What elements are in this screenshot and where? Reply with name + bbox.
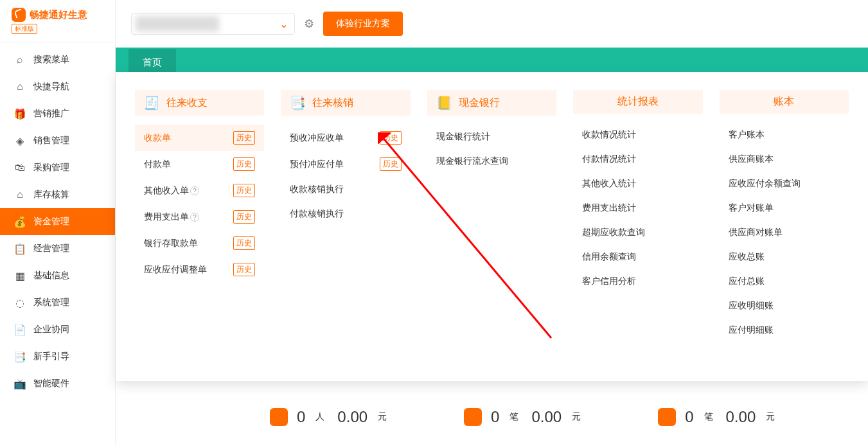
metric-count: 0 xyxy=(491,408,499,426)
menu-item-otherincome-stats[interactable]: 其他收入统计 xyxy=(573,172,702,196)
sidebar-item-quicknav[interactable]: ⌂快捷导航 xyxy=(0,73,115,100)
menu-item-ap-detail[interactable]: 应付明细账 xyxy=(720,318,849,342)
clipboard-icon: 📋 xyxy=(14,243,26,254)
sidebar-item-sales[interactable]: ◈销售管理 xyxy=(0,127,115,154)
metric-transactions-2: 0笔 0.00元 xyxy=(658,408,775,426)
menu-item-adjust[interactable]: 应收应付调整单历史 xyxy=(135,256,264,283)
menu-item-supplier-ledger[interactable]: 供应商账本 xyxy=(720,147,849,172)
help-icon[interactable]: ? xyxy=(190,186,199,195)
menu-label: 费用支出单? xyxy=(144,211,199,223)
warehouse-icon: ⌂ xyxy=(14,189,26,200)
sidebar-item-finance[interactable]: 💰资金管理 xyxy=(0,208,115,235)
megamenu-col-cashbank: 📒 现金银行 现金银行统计 现金银行流水查询 xyxy=(427,90,556,342)
menu-item-customer-statement[interactable]: 客户对账单 xyxy=(720,196,849,220)
menu-item-credit-balance[interactable]: 信用余额查询 xyxy=(573,245,702,269)
menu-item-prerecv-offset[interactable]: 预收冲应收单历史 xyxy=(281,125,410,151)
megamenu-col-reports: 统计报表 收款情况统计 付款情况统计 其他收入统计 费用支出统计 超期应收款查询… xyxy=(573,90,702,342)
menu-item-recv-writeoff-exec[interactable]: 收款核销执行 xyxy=(281,177,410,202)
sidebar-item-inventory[interactable]: ⌂库存核算 xyxy=(0,181,115,208)
sidebar-item-cooperation[interactable]: 📄企业协同 xyxy=(0,316,115,343)
history-tag[interactable]: 历史 xyxy=(233,157,255,171)
menu-item-customer-ledger[interactable]: 客户账本 xyxy=(720,123,849,147)
try-industry-button[interactable]: 体验行业方案 xyxy=(323,12,403,36)
menu-item-ar-general[interactable]: 应收总账 xyxy=(720,245,849,269)
sidebar-item-system[interactable]: ◌系统管理 xyxy=(0,289,115,316)
guide-icon: 📑 xyxy=(14,351,26,362)
sidebar-item-hardware[interactable]: 📺智能硬件 xyxy=(0,370,115,397)
sidebar-nav: ⌕搜索菜单 ⌂快捷导航 🎁营销推广 ◈销售管理 🛍采购管理 ⌂库存核算 💰资金管… xyxy=(0,42,115,397)
metric-count: 0 xyxy=(685,408,693,426)
bottom-metrics: 0人 0.00元 0笔 0.00元 0笔 0.00元 xyxy=(248,408,855,426)
logo-area: 畅捷通好生意 标准版 xyxy=(0,0,115,42)
sidebar-item-business[interactable]: 📋经营管理 xyxy=(0,235,115,262)
menu-item-supplier-statement[interactable]: 供应商对账单 xyxy=(720,220,849,245)
menu-item-ar-ap-balance[interactable]: 应收应付余额查询 xyxy=(720,172,849,196)
menu-label: 预付冲应付单 xyxy=(290,159,344,170)
col-header: 📒 现金银行 xyxy=(427,90,556,116)
sidebar-item-label: 经营管理 xyxy=(33,243,69,254)
metric-amount: 0.00 xyxy=(531,408,562,426)
menu-item-expense[interactable]: 费用支出单?历史 xyxy=(135,204,264,230)
menu-item-receipt[interactable]: 收款单历史 xyxy=(135,125,264,151)
col-header: 账本 xyxy=(720,90,849,114)
sidebar-item-basics[interactable]: ▦基础信息 xyxy=(0,262,115,289)
edition-badge: 标准版 xyxy=(12,24,37,34)
menu-item-bank-transfer[interactable]: 银行存取款单历史 xyxy=(135,230,264,256)
search-icon: ⌕ xyxy=(14,54,26,66)
menu-label: 应付总账 xyxy=(729,276,765,287)
menu-item-credit-analysis[interactable]: 客户信用分析 xyxy=(573,269,702,294)
menu-label: 供应商对账单 xyxy=(729,227,783,238)
sidebar-item-purchase[interactable]: 🛍采购管理 xyxy=(0,154,115,181)
col-header: 📑 往来核销 xyxy=(281,90,410,116)
menu-item-ap-general[interactable]: 应付总账 xyxy=(720,269,849,294)
history-tag[interactable]: 历史 xyxy=(233,131,255,145)
sales-icon: ◈ xyxy=(14,135,26,147)
metric-transactions-1: 0笔 0.00元 xyxy=(464,408,581,426)
history-tag[interactable]: 历史 xyxy=(233,263,255,276)
brand-name: 畅捷通好生意 xyxy=(30,9,87,21)
menu-item-ar-detail[interactable]: 应收明细账 xyxy=(720,294,849,318)
finance-megamenu: 🧾 往来收支 收款单历史 付款单历史 其他收入单?历史 费用支出单?历史 银行存… xyxy=(116,72,868,381)
sidebar-item-marketing[interactable]: 🎁营销推广 xyxy=(0,100,115,127)
sidebar-item-search-menu[interactable]: ⌕搜索菜单 xyxy=(0,46,115,73)
company-selector[interactable]: ⌄ xyxy=(131,13,295,35)
menu-item-cashbank-stats[interactable]: 现金银行统计 xyxy=(427,125,556,149)
menu-item-other-income[interactable]: 其他收入单?历史 xyxy=(135,177,264,204)
menu-item-payment[interactable]: 付款单历史 xyxy=(135,151,264,177)
menu-label: 客户账本 xyxy=(729,129,765,141)
col-header: 统计报表 xyxy=(573,90,702,114)
sidebar-item-label: 企业协同 xyxy=(33,324,69,335)
sidebar-item-guide[interactable]: 📑新手引导 xyxy=(0,343,115,370)
menu-item-recv-stats[interactable]: 收款情况统计 xyxy=(573,123,702,147)
history-tag[interactable]: 历史 xyxy=(233,184,255,197)
gear-icon[interactable]: ⚙ xyxy=(304,17,314,31)
menu-item-overdue-recv[interactable]: 超期应收款查询 xyxy=(573,220,702,245)
menu-label: 银行存取款单 xyxy=(144,238,198,249)
history-tag[interactable]: 历史 xyxy=(233,236,255,250)
brand-logo-icon xyxy=(12,8,26,22)
sidebar-item-label: 新手引导 xyxy=(33,351,69,362)
megamenu-col-receipts: 🧾 往来收支 收款单历史 付款单历史 其他收入单?历史 费用支出单?历史 银行存… xyxy=(135,90,264,342)
metric-count: 0 xyxy=(297,408,305,426)
metric-count-unit: 笔 xyxy=(509,411,518,423)
history-tag[interactable]: 历史 xyxy=(233,210,255,224)
menu-item-expense-stats[interactable]: 费用支出统计 xyxy=(573,196,702,220)
menu-label: 费用支出统计 xyxy=(582,202,636,214)
receipt-icon: 🧾 xyxy=(144,95,160,111)
metric-amount-unit: 元 xyxy=(572,411,581,423)
menu-item-prepay-offset[interactable]: 预付冲应付单历史 xyxy=(281,151,410,177)
help-icon[interactable]: ? xyxy=(190,213,199,222)
sidebar: 畅捷通好生意 标准版 ⌕搜索菜单 ⌂快捷导航 🎁营销推广 ◈销售管理 🛍采购管理… xyxy=(0,0,116,444)
chevron-down-icon: ⌄ xyxy=(279,18,288,30)
metric-icon xyxy=(270,408,288,426)
history-tag[interactable]: 历史 xyxy=(380,131,402,145)
sidebar-item-label: 系统管理 xyxy=(33,297,69,308)
home-icon: ⌂ xyxy=(14,81,26,93)
menu-item-cashbank-flow[interactable]: 现金银行流水查询 xyxy=(427,149,556,173)
menu-item-pay-writeoff-exec[interactable]: 付款核销执行 xyxy=(281,202,410,226)
menu-label: 付款情况统计 xyxy=(582,154,636,165)
history-tag[interactable]: 历史 xyxy=(380,157,402,171)
menu-item-pay-stats[interactable]: 付款情况统计 xyxy=(573,147,702,172)
metric-icon xyxy=(464,408,482,426)
sidebar-item-label: 采购管理 xyxy=(33,162,69,173)
